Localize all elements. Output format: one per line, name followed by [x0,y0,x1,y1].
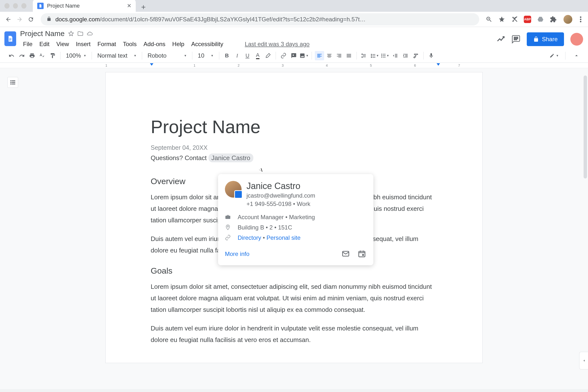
url-host: docs.google.com [55,16,100,22]
add-comment-button[interactable] [289,51,298,60]
outline-toggle-button[interactable] [7,77,18,88]
browser-tab[interactable]: Project Name ✕ [33,0,136,13]
move-icon[interactable] [77,31,83,36]
drive-icon[interactable] [537,16,544,23]
calendar-icon[interactable] [358,250,366,258]
line-spacing-button[interactable] [360,51,369,60]
docs-favicon [37,3,44,9]
paragraph: Lorem ipsum dolor sit amet, consectetuer… [151,281,437,315]
outdent-button[interactable] [390,51,400,60]
menu-view[interactable]: View [53,40,72,48]
bold-button[interactable]: B [222,51,232,60]
menu-tools[interactable]: Tools [120,40,140,48]
cloud-icon[interactable] [87,31,93,36]
ruler[interactable]: 1 1 2 3 4 5 6 7 [0,63,588,68]
align-right-button[interactable] [334,51,344,60]
document-canvas: Project Name September 04, 20XX Question… [0,68,588,389]
menu-insert[interactable]: Insert [73,40,94,48]
font-select[interactable]: Roboto▼ [145,52,189,59]
lock-icon [46,16,51,23]
svg-rect-4 [359,251,365,257]
text-color-button[interactable]: A [253,51,262,60]
font-size[interactable]: 10▼ [195,52,216,59]
document-title[interactable]: Project Name [20,30,65,38]
star-icon[interactable] [68,31,74,36]
briefcase-icon [225,214,231,220]
link-icon [225,234,231,241]
menu-format[interactable]: Format [95,40,119,48]
editing-mode-button[interactable]: ▼ [550,51,559,60]
voice-type-button[interactable] [427,51,436,60]
link-button[interactable] [279,51,288,60]
email-icon[interactable] [341,250,350,258]
svg-point-0 [381,54,382,55]
align-center-button[interactable] [325,51,334,60]
scissors-icon[interactable] [511,16,518,23]
profile-avatar[interactable] [564,15,572,24]
menu-file[interactable]: File [20,40,35,48]
bookmark-star-icon[interactable] [498,16,505,23]
traffic-lights[interactable] [4,3,26,8]
doc-date: September 04, 20XX [151,144,437,151]
bullet-list-button[interactable]: ▼ [380,51,390,60]
contact-avatar [225,181,242,198]
extensions-icon[interactable] [550,16,557,23]
menu-addons[interactable]: Add-ons [141,40,168,48]
align-justify-button[interactable] [344,51,353,60]
back-button[interactable] [5,16,12,23]
doc-heading-title: Project Name [151,116,437,137]
right-margin-marker[interactable] [437,63,440,66]
new-tab-button[interactable]: + [141,3,146,12]
redo-button[interactable] [17,51,26,60]
abp-extension-icon[interactable]: ABP [524,16,531,23]
formatting-toolbar: 100%▼ Normal text▼ Roboto▼ 10▼ B I U A ▼… [0,48,588,63]
align-left-button[interactable] [315,51,324,60]
print-button[interactable] [27,51,37,60]
italic-button[interactable]: I [233,51,242,60]
undo-button[interactable] [7,51,16,60]
more-info-link[interactable]: More info [225,250,249,258]
zoom-select[interactable]: 100%▼ [63,52,89,59]
docs-logo[interactable] [3,29,18,48]
indent-marker[interactable] [150,63,153,66]
checklist-button[interactable]: ▼ [370,51,379,60]
svg-rect-5 [362,254,364,256]
scrollbar[interactable] [584,68,587,389]
activity-icon[interactable] [496,35,505,44]
paint-format-button[interactable] [48,51,57,60]
clear-format-button[interactable] [411,51,420,60]
spellcheck-button[interactable] [38,51,47,60]
location-icon [225,224,231,231]
browser-menu-icon[interactable] [580,19,582,20]
collapse-toolbar-button[interactable] [572,51,581,60]
close-tab-icon[interactable]: ✕ [127,3,131,9]
contact-role: Account Manager • Marketing [238,214,315,221]
highlight-button[interactable] [263,51,273,60]
underline-button[interactable]: U [243,51,252,60]
person-chip[interactable]: Janice Castro [209,154,253,162]
comment-icon[interactable] [512,35,520,44]
tab-title: Project Name [47,3,123,9]
svg-point-1 [381,55,382,56]
reload-button[interactable] [27,16,34,23]
last-edit-link[interactable]: Last edit was 3 days ago [242,40,312,48]
zoom-icon[interactable] [486,16,492,23]
forward-button[interactable] [16,16,23,23]
directory-link[interactable]: Directory [238,234,261,241]
explore-tab[interactable] [579,352,588,370]
menubar: File Edit View Insert Format Tools Add-o… [20,40,494,48]
menu-help[interactable]: Help [169,40,187,48]
address-bar[interactable]: docs.google.com/document/d/1olcn-5f897wu… [41,13,479,26]
paragraph: Duis autem vel eum iriure dolor in hendr… [151,322,437,346]
share-button[interactable]: Share [527,32,564,46]
browser-toolbar: docs.google.com/document/d/1olcn-5f897wu… [0,12,588,27]
style-select[interactable]: Normal text▼ [95,52,139,59]
menu-accessibility[interactable]: Accessibility [188,40,226,48]
contact-name: Janice Castro [247,181,315,191]
image-button[interactable]: ▼ [299,51,309,60]
indent-button[interactable] [401,51,410,60]
personal-site-link[interactable]: Personal site [267,234,300,241]
account-avatar[interactable] [570,33,583,46]
contact-email[interactable]: jcastro@dwellingfund.com [247,192,315,199]
menu-edit[interactable]: Edit [36,40,52,48]
